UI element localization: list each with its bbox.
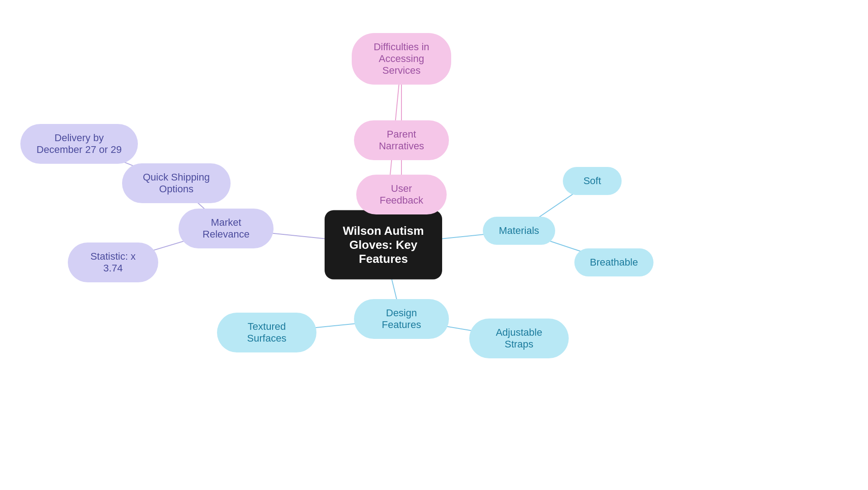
textured-surfaces-node: Textured Surfaces xyxy=(217,313,316,352)
statistic-node: Statistic: x 3.74 xyxy=(68,243,158,282)
design-features-node: Design Features xyxy=(354,299,449,339)
delivery-node: Delivery by December 27 or 29 xyxy=(20,124,138,164)
center-node: Wilson Autism Gloves: Key Features xyxy=(325,210,442,280)
difficulties-node: Difficulties in Accessing Services xyxy=(352,33,451,85)
quick-shipping-node: Quick Shipping Options xyxy=(122,163,231,203)
breathable-node: Breathable xyxy=(575,248,654,276)
parent-narratives-node: Parent Narratives xyxy=(354,120,449,160)
materials-node: Materials xyxy=(483,217,555,245)
soft-node: Soft xyxy=(563,167,622,195)
user-feedback-node: User Feedback xyxy=(356,175,447,214)
adjustable-straps-node: Adjustable Straps xyxy=(469,319,569,358)
mind-map: Wilson Autism Gloves: Key FeaturesDiffic… xyxy=(0,0,868,490)
market-relevance-node: Market Relevance xyxy=(179,209,274,248)
